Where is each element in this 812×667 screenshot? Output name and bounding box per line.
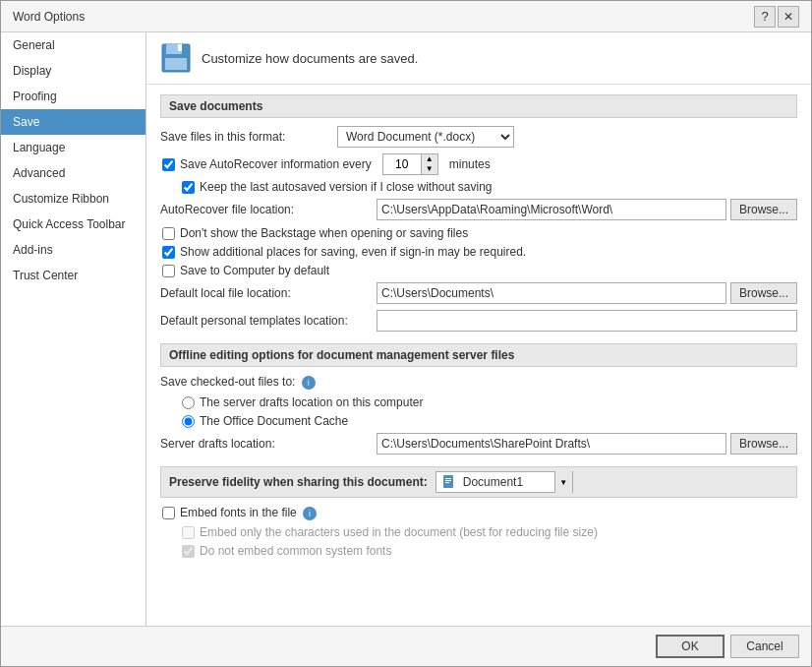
format-row: Save files in this format: Word Document… xyxy=(160,126,797,148)
autorecover-location-label: AutoRecover file location: xyxy=(160,203,377,216)
radio-office-cache[interactable] xyxy=(182,415,195,428)
autorecover-row: Save AutoRecover information every ▲ ▼ m… xyxy=(160,153,797,175)
keep-autosaved-row: Keep the last autosaved version if I clo… xyxy=(160,180,797,194)
browse-local-button[interactable]: Browse... xyxy=(730,282,797,304)
no-embed-system-label: Do not embed common system fonts xyxy=(200,544,391,558)
show-additional-label: Show additional places for saving, even … xyxy=(180,245,526,259)
dialog-footer: OK Cancel xyxy=(1,626,811,666)
svg-rect-5 xyxy=(445,478,451,479)
sidebar-item-language[interactable]: Language xyxy=(1,135,145,160)
dont-show-backstage-row: Don't show the Backstage when opening or… xyxy=(160,226,797,240)
autorecover-spinner: ▲ ▼ xyxy=(382,153,438,175)
default-personal-input[interactable] xyxy=(377,310,797,332)
svg-rect-4 xyxy=(443,475,453,488)
minutes-label: minutes xyxy=(449,157,491,171)
autorecover-label: Save AutoRecover information every xyxy=(180,157,372,171)
sidebar-item-general[interactable]: General xyxy=(1,32,145,58)
default-personal-row: Default personal templates location: xyxy=(160,310,797,332)
spin-down-arrow[interactable]: ▼ xyxy=(422,164,437,174)
sidebar-item-advanced[interactable]: Advanced xyxy=(1,160,145,186)
svg-rect-6 xyxy=(445,480,451,481)
no-embed-system-checkbox[interactable] xyxy=(182,545,195,558)
browse-server-drafts-button[interactable]: Browse... xyxy=(730,433,797,455)
dont-show-backstage-checkbox[interactable] xyxy=(162,227,175,240)
sidebar: General Display Proofing Save Language A… xyxy=(1,32,146,626)
sidebar-item-trust-center[interactable]: Trust Center xyxy=(1,263,145,288)
sidebar-item-add-ins[interactable]: Add-ins xyxy=(1,237,145,263)
sidebar-item-proofing[interactable]: Proofing xyxy=(1,84,145,109)
browse-autorecover-button[interactable]: Browse... xyxy=(730,199,797,220)
main-content: Customize how documents are saved. Save … xyxy=(146,32,811,626)
show-additional-checkbox[interactable] xyxy=(162,246,175,259)
radio-office-cache-label: The Office Document Cache xyxy=(200,414,348,428)
embed-chars-label: Embed only the characters used in the do… xyxy=(200,525,598,539)
default-local-row: Default local file location: Browse... xyxy=(160,282,797,304)
preserve-fidelity-header: Preserve fidelity when sharing this docu… xyxy=(160,466,797,498)
keep-autosaved-checkbox[interactable] xyxy=(182,181,195,194)
autorecover-location-input[interactable] xyxy=(377,199,726,220)
radio-office-cache-row: The Office Document Cache xyxy=(160,414,797,428)
no-embed-system-row: Do not embed common system fonts xyxy=(160,544,797,558)
autorecover-value[interactable] xyxy=(382,153,422,175)
info-icon[interactable]: i xyxy=(302,376,316,390)
word-options-dialog: Word Options ? ✕ General Display Proofin… xyxy=(0,0,812,667)
radio-server-drafts-label: The server drafts location on this compu… xyxy=(200,395,423,409)
offline-editing-section: Offline editing options for document man… xyxy=(160,343,797,455)
preserve-fidelity-section: Preserve fidelity when sharing this docu… xyxy=(160,466,797,558)
server-drafts-location-input[interactable] xyxy=(377,433,726,455)
save-to-computer-checkbox[interactable] xyxy=(162,265,175,277)
dont-show-backstage-label: Don't show the Backstage when opening or… xyxy=(180,226,468,240)
save-documents-header: Save documents xyxy=(160,94,797,118)
show-additional-row: Show additional places for saving, even … xyxy=(160,245,797,259)
content-area: Save documents Save files in this format… xyxy=(146,85,811,579)
sidebar-item-quick-access[interactable]: Quick Access Toolbar xyxy=(1,212,145,237)
header-area: Customize how documents are saved. xyxy=(146,32,811,85)
server-drafts-location-label: Server drafts location: xyxy=(160,437,377,451)
document-dropdown-arrow[interactable]: ▼ xyxy=(554,471,572,493)
save-to-computer-row: Save to Computer by default xyxy=(160,264,797,277)
default-local-label: Default local file location: xyxy=(160,286,377,300)
cancel-button[interactable]: Cancel xyxy=(730,635,799,658)
embed-chars-row: Embed only the characters used in the do… xyxy=(160,525,797,539)
radio-server-drafts[interactable] xyxy=(182,396,195,409)
sidebar-item-customize-ribbon[interactable]: Customize Ribbon xyxy=(1,186,145,212)
save-checkedout-label: Save checked-out files to: i xyxy=(160,375,337,390)
save-icon xyxy=(160,42,192,74)
title-bar: Word Options ? ✕ xyxy=(1,1,811,32)
dialog-title: Word Options xyxy=(13,10,85,24)
embed-fonts-checkbox[interactable] xyxy=(162,507,175,519)
save-checkedout-row: Save checked-out files to: i xyxy=(160,375,797,390)
preserve-fidelity-label: Preserve fidelity when sharing this docu… xyxy=(169,475,428,489)
embed-fonts-info-icon[interactable]: i xyxy=(303,507,317,520)
document-icon xyxy=(439,472,459,492)
embed-chars-checkbox[interactable] xyxy=(182,526,195,539)
embed-fonts-label: Embed fonts in the file i xyxy=(180,506,317,520)
ok-button[interactable]: OK xyxy=(656,635,725,658)
close-button[interactable]: ✕ xyxy=(778,6,799,28)
save-documents-section: Save documents Save files in this format… xyxy=(160,94,797,332)
document-name: Document1 xyxy=(459,475,554,489)
keep-autosaved-label: Keep the last autosaved version if I clo… xyxy=(200,180,493,194)
format-label: Save files in this format: xyxy=(160,130,337,144)
sidebar-item-save[interactable]: Save xyxy=(1,109,145,135)
server-drafts-location-row: Server drafts location: Browse... xyxy=(160,433,797,455)
offline-editing-header: Offline editing options for document man… xyxy=(160,343,797,367)
help-button[interactable]: ? xyxy=(754,6,776,28)
document-dropdown[interactable]: Document1 ▼ xyxy=(435,471,573,493)
default-local-input[interactable] xyxy=(377,282,726,304)
svg-rect-3 xyxy=(165,58,187,70)
spin-up-arrow[interactable]: ▲ xyxy=(422,154,437,164)
dialog-body: General Display Proofing Save Language A… xyxy=(1,32,811,626)
format-select[interactable]: Word Document (*.docx) xyxy=(337,126,514,148)
radio-server-drafts-row: The server drafts location on this compu… xyxy=(160,395,797,409)
svg-rect-7 xyxy=(445,482,449,483)
svg-rect-2 xyxy=(178,44,182,51)
default-personal-label: Default personal templates location: xyxy=(160,314,377,328)
save-to-computer-label: Save to Computer by default xyxy=(180,264,329,277)
autorecover-location-row: AutoRecover file location: Browse... xyxy=(160,199,797,220)
header-title: Customize how documents are saved. xyxy=(202,51,418,66)
sidebar-item-display[interactable]: Display xyxy=(1,58,145,84)
autorecover-checkbox[interactable] xyxy=(162,158,175,171)
embed-fonts-row: Embed fonts in the file i xyxy=(160,506,797,520)
